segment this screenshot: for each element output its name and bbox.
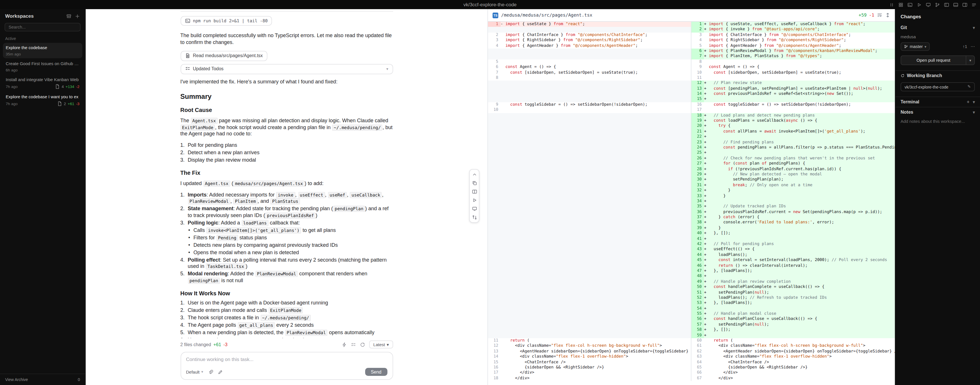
code-line	[501, 118, 691, 124]
code-line: + break; // Only open one at a time	[704, 183, 895, 188]
diff-row: 48+	[488, 274, 895, 279]
plus-icon[interactable]	[75, 13, 80, 19]
pause-icon[interactable]	[889, 2, 894, 7]
working-branch-field[interactable]: vk/3ccf-explore-the-code ✎	[900, 82, 975, 91]
composer-placeholder[interactable]: Continue working on this task...	[186, 356, 387, 363]
branch-icon[interactable]	[935, 2, 940, 7]
paperclip-icon[interactable]	[208, 369, 213, 374]
archive-icon[interactable]	[66, 13, 72, 19]
files-changed-label: 2 files changed	[180, 342, 211, 347]
play-icon[interactable]	[472, 198, 477, 203]
open-pr-button[interactable]: Open pull request ▾	[900, 56, 975, 65]
pr-options-chevron[interactable]: ▾	[966, 56, 974, 65]
text-run: Imports	[188, 192, 207, 197]
line-number: 55	[691, 311, 704, 317]
workspace-item[interactable]: Install and integrate Vibe Kanban Web7h …	[3, 75, 82, 91]
panel-right-icon[interactable]	[962, 2, 967, 7]
workspace-item[interactable]: Explore the codebase I want you to ex7h …	[3, 92, 82, 108]
copy-icon[interactable]	[472, 180, 477, 186]
chevron-up-icon[interactable]	[472, 172, 477, 177]
line-number: 30	[691, 177, 704, 183]
workspace-list: Explore the codebase35m agoCreate Good F…	[0, 42, 85, 109]
diff-old-side	[488, 145, 691, 151]
diff-new-side: 30+ setPendingPlan(plan);	[691, 177, 895, 183]
code-line: +	[704, 274, 895, 279]
heading: Summary	[180, 92, 393, 100]
code-line	[501, 220, 691, 226]
tool-call[interactable]: Read medusa/src/pages/Agent.tsx	[180, 51, 267, 61]
latest-dropdown[interactable]: Latest ▾	[369, 340, 393, 348]
code-line: </div>	[704, 376, 895, 381]
play-icon[interactable]	[916, 2, 922, 7]
code-line: import { AgentHeader } from "@/component…	[501, 43, 691, 49]
diff-new-side: 14+ const previousPlanIdsRef = useRef<Se…	[691, 91, 895, 97]
split-view-icon[interactable]	[472, 189, 477, 194]
workspace-item[interactable]: Explore the codebase35m ago	[3, 43, 82, 58]
grid-icon[interactable]	[898, 2, 904, 7]
notes-section-header[interactable]: Notes ▾	[896, 107, 980, 117]
terminal-icon[interactable]	[907, 2, 913, 7]
chevron-down-icon[interactable]: ▾	[386, 67, 388, 71]
tool-call[interactable]: Updated Todos▾	[180, 64, 393, 74]
branch-selector[interactable]: master ▾	[900, 42, 930, 51]
code-line	[501, 172, 691, 177]
message-composer[interactable]: Continue working on this task... Default…	[180, 352, 393, 380]
line-number	[488, 231, 501, 236]
text-run: State management	[188, 206, 234, 212]
new-terminal-icon[interactable]: +	[967, 99, 969, 105]
diff-new-side: 37+ } catch (error) {	[691, 215, 895, 220]
chat-scroll-area[interactable]: npm run build 2>&1 | tail -80The build c…	[86, 9, 487, 338]
chevron-down-icon[interactable]: ▾	[973, 100, 975, 104]
text-run: : Added necessary imports for	[207, 192, 276, 197]
notes-placeholder[interactable]: Add notes about this workspace...	[896, 117, 980, 129]
text-run: opens automatically	[328, 329, 374, 335]
wrap-text-icon[interactable]	[877, 13, 882, 18]
diff-row: 15+	[488, 97, 895, 102]
edit-branch-icon[interactable]: ✎	[967, 84, 971, 89]
diff-row: 5 8	[488, 59, 895, 65]
panel-bottom-icon[interactable]	[953, 2, 958, 7]
line-number: 9	[691, 65, 704, 70]
terminal-command-chip[interactable]: npm run build 2>&1 | tail -80	[180, 16, 272, 26]
list-icon[interactable]	[971, 2, 977, 7]
monitor-icon[interactable]	[926, 2, 931, 7]
diff-new-side: 36+ previousPlanIdsRef.current = new Set…	[691, 209, 895, 215]
model-selector[interactable]: Default ▾	[186, 369, 203, 374]
message-divider	[180, 11, 393, 11]
line-number: 24	[691, 145, 704, 151]
git-section-header[interactable]: Git ▾	[896, 23, 980, 33]
working-branch-header[interactable]: Working Branch	[896, 71, 980, 81]
diff-old-side	[488, 231, 691, 236]
line-number	[488, 279, 501, 285]
diff-old-side	[488, 129, 691, 135]
search-input[interactable]	[9, 25, 76, 30]
code-line: + const interval = setInterval(loadPlans…	[704, 258, 895, 263]
monitor-icon[interactable]	[472, 206, 477, 212]
code-line: +	[704, 97, 895, 102]
line-number: 10	[691, 70, 704, 75]
diff-row: 12 <div className="flex flex-col h-scree…	[488, 344, 895, 349]
panel-left-icon[interactable]	[944, 2, 949, 7]
ordered-list: 1.User is on the Agent page with a Docke…	[180, 300, 393, 338]
compare-icon[interactable]	[472, 215, 477, 220]
terminal-section-header[interactable]: Terminal + ▾	[896, 97, 980, 107]
view-archive-link[interactable]: View Archive	[5, 377, 28, 382]
pen-icon[interactable]	[218, 369, 223, 374]
paragraph: I've implemented the fix. Here's a summa…	[180, 78, 393, 85]
checklist-icon[interactable]	[351, 342, 356, 347]
diff-new-side: 60 return (	[691, 338, 895, 344]
diff-old-side: 16 {sidebarOpen && <RightSidebar />}	[488, 365, 691, 371]
code-line	[501, 140, 691, 145]
more-options-icon[interactable]: ⋯	[970, 44, 975, 49]
workspace-search[interactable]	[5, 23, 81, 32]
send-button[interactable]: Send	[365, 368, 387, 376]
diff-row: 16 {sidebarOpen && <RightSidebar />}65 {…	[488, 365, 895, 371]
text-run: every 2 seconds	[275, 322, 314, 328]
zap-icon[interactable]	[342, 342, 347, 347]
history-icon[interactable]	[360, 342, 366, 347]
diff-row: 1- import { useState } from "react";1+ i…	[488, 22, 895, 27]
unfold-icon[interactable]	[885, 13, 890, 18]
code-line: {sidebarOpen && <RightSidebar />}	[501, 365, 691, 371]
workspace-item[interactable]: Create Good First Issues on Github So6h …	[3, 59, 82, 74]
workspace-meta: 35m ago	[6, 52, 80, 56]
